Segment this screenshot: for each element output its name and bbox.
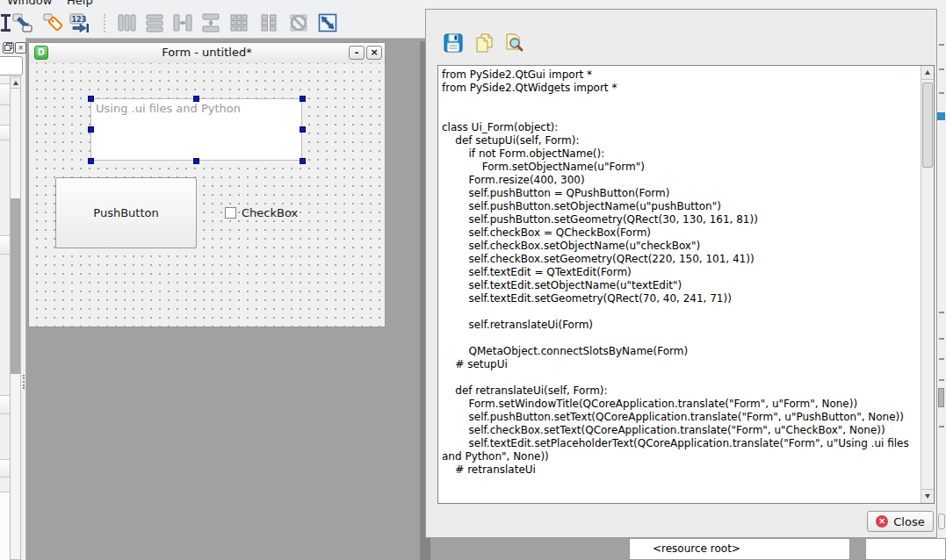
selection-handle-w[interactable] [88,126,94,133]
form-window-title: Form - untitled* [29,46,385,59]
panel-edge-mark [939,338,944,340]
widget-box-scrollbar[interactable] [10,76,21,560]
close-red-icon: × [876,515,888,528]
textedit-widget[interactable]: Using .ui files and Python [90,98,302,161]
find-icon[interactable] [503,33,524,53]
form-editor-window: D Form - untitled* - × Using .ui files a… [28,42,386,327]
panel-edge-mark [939,312,944,313]
selection-handle-se[interactable] [300,158,306,164]
dock-float-icon[interactable] [3,42,14,54]
checkbox-label: CheckBox [242,206,298,219]
resource-root-item[interactable]: <resource root> [630,539,849,559]
main-toolbar: 123 [0,9,425,39]
checkbox-widget[interactable]: CheckBox [222,195,311,231]
close-button-label: Close [893,515,924,528]
panel-edge-mark [939,379,944,381]
copy-icon[interactable] [474,33,495,53]
generated-python-code[interactable]: from PySide2.QtGui import * from PySide2… [438,66,921,503]
widget-box-search-input[interactable] [0,56,23,75]
scroll-down-icon[interactable] [921,489,934,503]
selection-handle-sw[interactable] [88,158,94,164]
pushbutton-label: PushButton [93,206,158,219]
break-layout-icon[interactable] [287,11,310,34]
panel-scrollbar-thumb [938,388,944,407]
menu-help[interactable]: Help [67,0,93,7]
scrollbar-thumb[interactable] [11,198,20,374]
layout-horizontally-icon[interactable] [115,11,138,34]
selection-handle-ne[interactable] [300,96,306,102]
menu-bar: Window Help [0,0,946,9]
selection-handle-s[interactable] [193,158,199,164]
scroll-up-icon[interactable] [921,66,934,80]
close-button[interactable]: × Close [867,511,934,532]
widget-box-dock: × [0,38,26,560]
layout-horizontal-splitter-icon[interactable] [171,11,194,34]
edit-signals-slots-icon[interactable] [11,11,34,34]
panel-edge-mark [939,358,944,360]
layout-vertically-icon[interactable] [143,11,166,34]
code-scrollbar[interactable] [921,66,934,503]
selection-handle-nw[interactable] [88,96,94,102]
code-view: from PySide2.QtGui import * from PySide2… [437,65,935,504]
adjust-size-icon[interactable] [316,11,339,34]
resource-browser-tree: <resource root> [629,538,850,560]
toolbar-separator [104,14,105,32]
menu-window[interactable]: Window [7,0,52,7]
panel-edge-mark [939,92,944,94]
edit-tab-order-icon[interactable]: 123 [68,11,90,34]
panel-corner [938,513,945,529]
layout-grid-icon[interactable] [227,11,250,34]
background-panel-strip [937,9,946,538]
form-minimize-button[interactable]: - [349,46,365,60]
edit-buddies-icon[interactable] [42,11,65,34]
panel-selection-mark [937,112,945,120]
tab-order-123-label: 123 [72,16,87,24]
scroll-up-icon[interactable] [11,77,20,89]
scrollbar-thumb[interactable] [922,83,933,168]
panel-edge-mark [939,44,944,46]
checkbox-indicator[interactable] [225,207,236,219]
pushbutton-widget[interactable]: PushButton [55,177,197,248]
dock-close-icon[interactable]: × [15,42,26,54]
resource-browser-view [865,538,946,560]
layout-form-icon[interactable] [257,11,280,34]
qt-designer-screen: Window Help [0,0,946,560]
form-window-titlebar[interactable]: D Form - untitled* - × [29,43,385,64]
form-close-button[interactable]: × [366,46,382,60]
dock-splitter-handle[interactable] [23,375,25,389]
selection-handle-n[interactable] [193,96,199,102]
selection-handle-e[interactable] [300,126,306,133]
textedit-placeholder: Using .ui files and Python [91,99,301,115]
form-canvas[interactable]: Using .ui files and Python PushButton Ch… [29,63,385,327]
code-preview-dialog: from PySide2.QtGui import * from PySide2… [425,9,937,538]
save-icon[interactable] [444,33,465,53]
panel-edge-mark [939,426,944,427]
layout-vertical-splitter-icon[interactable] [199,11,222,34]
panel-edge-mark [939,68,944,70]
